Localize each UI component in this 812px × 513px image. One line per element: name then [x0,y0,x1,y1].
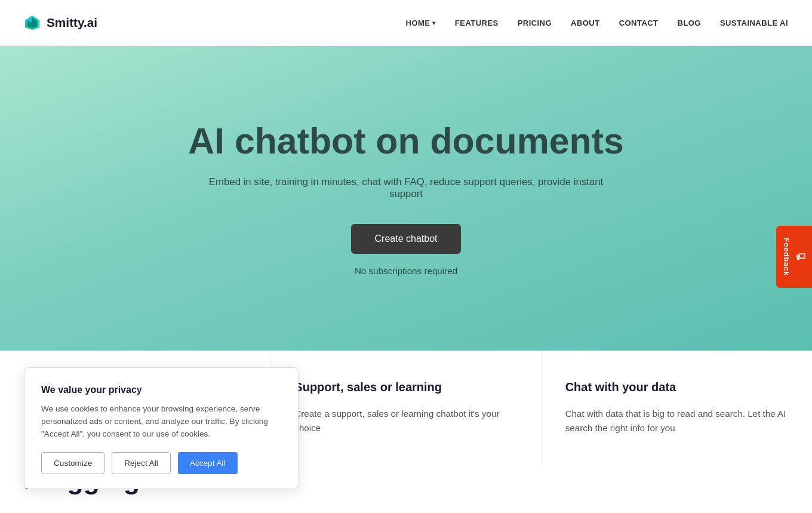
feedback-icon: 🏷 [796,251,806,262]
nav-item-pricing[interactable]: PRICING [518,17,552,28]
nav-item-sustainable-ai[interactable]: SUSTAINABLE AI [720,17,788,28]
nav-item-contact[interactable]: CONTACT [619,17,659,28]
hero-subheading: Embed in site, training in minutes, chat… [197,176,615,200]
nav-item-home[interactable]: HOME ▾ [406,19,436,27]
nav-item-features[interactable]: FEATURES [455,17,499,28]
hero-heading: AI chatbot on documents [188,121,624,162]
feature-3-description: Chat with data that is big to read and s… [565,407,788,436]
feature-card-2: Support, sales or learning Create a supp… [270,351,541,465]
feature-2-description: Create a support, sales or learning chat… [294,407,516,436]
hero-sub-text: No subscriptions required [355,266,457,276]
reject-all-button[interactable]: Reject All [112,452,171,474]
accept-all-button[interactable]: Accept All [178,452,238,474]
logo-text: Smitty.ai [47,16,97,30]
feature-3-title: Chat with your data [565,379,788,395]
nav-links: HOME ▾ FEATURES PRICING ABOUT CONTACT BL… [406,17,788,28]
hero-section: AI chatbot on documents Embed in site, t… [0,46,812,351]
logo-link[interactable]: Smitty.ai [24,14,97,31]
nav-item-blog[interactable]: BLOG [678,17,701,28]
customize-button[interactable]: Customize [41,452,104,474]
feedback-tab[interactable]: 🏷 Feedback [776,225,812,287]
cookie-text: We use cookies to enhance your browsing … [41,403,281,440]
feature-card-3: Chat with your data Chat with data that … [542,351,812,465]
feature-2-title: Support, sales or learning [294,379,516,395]
cookie-buttons: Customize Reject All Accept All [41,452,281,474]
nav-item-about[interactable]: ABOUT [571,17,600,28]
feedback-label: Feedback [782,237,791,275]
navigation: Smitty.ai HOME ▾ FEATURES PRICING ABOUT … [0,0,812,46]
logo-icon [24,14,41,31]
create-chatbot-button[interactable]: Create chatbot [351,224,462,254]
cookie-title: We value your privacy [41,385,281,395]
cookie-banner: We value your privacy We use cookies to … [24,367,299,489]
chevron-down-icon: ▾ [432,20,435,26]
